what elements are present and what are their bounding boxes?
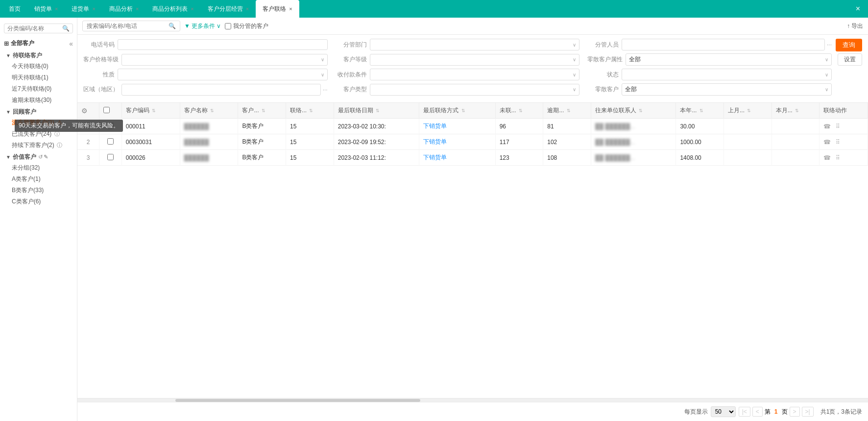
action-more-icon[interactable]: ⠿ <box>836 123 840 130</box>
all-customers-section[interactable]: ⊞ 全部客户 « <box>0 37 77 50</box>
col-last-method[interactable]: 最后联络方式 ⇅ <box>419 103 495 119</box>
col-name[interactable]: 客户名称 ⇅ <box>180 103 238 119</box>
tab-customer-contact[interactable]: 客户联络 × <box>256 0 299 18</box>
col-code[interactable]: 客户编码 ⇅ <box>121 103 180 119</box>
settings-button[interactable]: 设置 <box>838 53 862 66</box>
region-more-icon[interactable]: ··· <box>323 86 328 93</box>
close-tab-customer-contact[interactable]: × <box>289 6 292 12</box>
close-tab-analysis-list[interactable]: × <box>191 6 193 12</box>
sidebar-item-week[interactable]: 近7天待联络(0) <box>0 83 77 95</box>
pagination: 每页显示 50 100 |< < 第 1 页 > >| 共1页，3条记录 <box>77 402 868 421</box>
close-tab-sales[interactable]: × <box>55 6 58 12</box>
col-settings[interactable]: ⚙ <box>77 103 99 119</box>
refresh-icon[interactable]: ↺ <box>38 154 43 160</box>
close-window-btn[interactable]: × <box>850 4 866 13</box>
edit-group-icon[interactable]: ✎ <box>44 154 48 160</box>
nature-select[interactable]: ∨ <box>118 69 328 80</box>
prev-page-button[interactable]: < <box>752 407 763 417</box>
query-button[interactable]: 查询 <box>836 39 862 51</box>
col-uncontacted[interactable]: 未联... ⇅ <box>495 103 543 119</box>
close-tab-customer-tier[interactable]: × <box>246 6 249 12</box>
sidebar-item-declining[interactable]: 持续下滑客户(2) ⓘ <box>0 140 77 151</box>
first-page-button[interactable]: |< <box>739 407 750 417</box>
sidebar-item-class-c[interactable]: C类客户(6) <box>0 196 77 207</box>
more-options-icon[interactable]: ··· <box>827 41 832 48</box>
sort-icon-7: ⇅ <box>519 108 523 113</box>
my-customers-checkbox[interactable] <box>225 23 231 29</box>
region-select[interactable] <box>121 84 321 96</box>
price-tier-select[interactable]: ∨ <box>121 54 328 66</box>
last-method-link[interactable]: 下销货单 <box>423 123 447 129</box>
search-button[interactable]: 🔍 <box>169 23 176 29</box>
col-overdue[interactable]: 逾期... ⇅ <box>543 103 591 119</box>
phone-input[interactable] <box>118 39 328 50</box>
sidebar-item-overdue-contact[interactable]: 逾期未联络(30) <box>0 95 77 106</box>
action-contact-icon[interactable]: ☎ <box>823 123 831 130</box>
export-button[interactable]: ↑ 导出 <box>847 22 863 30</box>
phone-label: 电话号码 <box>83 41 118 49</box>
manager-select[interactable] <box>622 39 825 50</box>
col-checkbox[interactable] <box>99 103 122 119</box>
tab-analysis-list[interactable]: 商品分析列表 × <box>145 0 200 18</box>
sort-icon-6: ⇅ <box>461 108 465 113</box>
tab-customer-tier[interactable]: 客户分层经营 × <box>201 0 256 18</box>
col-this-month[interactable]: 本月... ⇅ <box>772 103 820 119</box>
col-contacts[interactable]: 往来单位联系人 ⇅ <box>591 103 675 119</box>
row-checkbox[interactable] <box>107 138 114 145</box>
sidebar-search-input[interactable] <box>7 25 62 32</box>
row-last-method[interactable]: 下销货单 <box>419 119 495 134</box>
sidebar-group-value-customers[interactable]: ▼ 价值客户 ↺ ✎ <box>0 151 77 162</box>
sidebar-group-lost-customers[interactable]: ▼ 回顾客户 <box>0 106 77 117</box>
customer-type-select[interactable]: ∨ <box>370 84 580 96</box>
action-contact-icon[interactable]: ☎ <box>823 139 831 146</box>
sidebar-item-tomorrow[interactable]: 明天待联络(1) <box>0 72 77 83</box>
next-page-button[interactable]: > <box>790 407 800 417</box>
sidebar-search-box[interactable]: 🔍 <box>4 24 73 33</box>
col-contact[interactable]: 联络... ⇅ <box>286 103 334 119</box>
action-more-icon[interactable]: ⠿ <box>836 139 840 146</box>
last-page-button[interactable]: >| <box>802 407 814 417</box>
sidebar-item-class-a[interactable]: A类客户(1) <box>0 173 77 185</box>
search-box[interactable]: 🔍 <box>82 21 180 31</box>
search-input[interactable] <box>87 23 169 29</box>
tab-purchase[interactable]: 进货单 × <box>65 0 102 18</box>
row-checkbox-cell[interactable] <box>99 150 122 166</box>
tab-analysis[interactable]: 商品分析 × <box>102 0 145 18</box>
last-method-link[interactable]: 下销货单 <box>423 154 447 161</box>
my-customers-checkbox-label[interactable]: 我分管的客户 <box>225 22 268 30</box>
collapse-sidebar-btn[interactable]: « <box>69 40 73 48</box>
tab-sales[interactable]: 销货单 × <box>27 0 65 18</box>
sidebar-item-unsorted[interactable]: 未分组(32) <box>0 162 77 173</box>
per-page-select[interactable]: 50 100 <box>711 406 736 417</box>
col-last-month[interactable]: 上月... ⇅ <box>724 103 772 119</box>
col-type[interactable]: 客户... ⇅ <box>238 103 286 119</box>
col-this-year[interactable]: 本年... ⇅ <box>676 103 724 119</box>
tab-home[interactable]: 首页 <box>2 0 27 18</box>
last-method-link[interactable]: 下销货单 <box>423 138 447 145</box>
page-navigation: |< < 第 1 页 > >| <box>739 407 814 417</box>
action-more-icon[interactable]: ⠿ <box>836 154 840 161</box>
sparse-attr-select[interactable]: 全部 ∨ <box>626 53 832 66</box>
filter-cell-payment: 收付款条件 ∨ <box>336 69 580 80</box>
payment-select[interactable]: ∨ <box>370 69 580 80</box>
close-tab-analysis[interactable]: × <box>136 6 139 12</box>
scrollbar-thumb[interactable] <box>175 399 420 402</box>
sidebar-item-class-b[interactable]: B类客户(33) <box>0 185 77 196</box>
row-last-method[interactable]: 下销货单 <box>419 134 495 150</box>
sidebar-group-pending-contact[interactable]: ▼ 待联络客户 <box>0 50 77 61</box>
sidebar-item-today[interactable]: 今天待联络(0) <box>0 61 77 72</box>
more-filters-button[interactable]: ▼ 更多条件 ∨ <box>184 22 221 30</box>
horizontal-scrollbar[interactable] <box>77 398 868 402</box>
status-select[interactable]: ∨ <box>622 69 832 80</box>
dept-select[interactable]: ∨ <box>370 39 580 50</box>
col-last-date[interactable]: 最后联络日期 ⇅ <box>334 103 419 119</box>
customer-tier-select[interactable]: ∨ <box>370 54 580 66</box>
chevron-down-icon-6: ∨ <box>573 72 576 77</box>
row-last-method[interactable]: 下销货单 <box>419 150 495 166</box>
row-checkbox-cell[interactable] <box>99 134 122 150</box>
close-tab-purchase[interactable]: × <box>92 6 95 12</box>
action-contact-icon[interactable]: ☎ <box>823 154 831 161</box>
select-all-checkbox[interactable] <box>103 107 110 113</box>
sparse-customer-select[interactable]: 全部 ∨ <box>622 83 832 96</box>
row-checkbox[interactable] <box>107 154 114 160</box>
